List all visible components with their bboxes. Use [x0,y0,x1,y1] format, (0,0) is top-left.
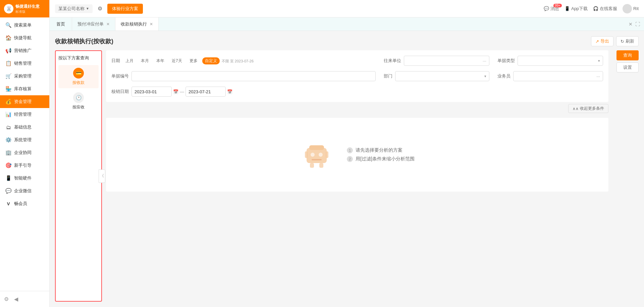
sidebar-item-label: 企业微信 [14,188,32,194]
company-selector[interactable]: 某某公司名称 ▼ [55,4,93,13]
sidebar-item-label: 经营管理 [14,111,32,117]
tab-home[interactable]: 首页 [50,17,72,31]
page-actions: ↗ 导出 ↻ 刷新 [591,36,639,46]
date-btn-more[interactable]: 更多 [187,57,200,64]
hardware-icon: 📱 [5,175,11,181]
wechat-icon: 💬 [5,188,11,194]
sidebar-item-label: 基础信息 [14,124,32,130]
staff-input[interactable]: ··· [513,71,603,81]
doc-number-label: 单据编号 [111,73,129,79]
form-row-2: 单据编号 部门 ▾ [111,71,603,81]
filter-option-by-collection[interactable]: 💳 按收款 [58,65,99,88]
query-area: 日期 上月 本月 本年 近7天 更多 自定义 [106,50,639,302]
refresh-button[interactable]: ↻ 刷新 [616,36,639,46]
tab-prepay[interactable]: 预付冲应付单 ✕ [72,17,115,31]
page-title: 收款核销执行(按收款) [55,37,113,45]
tab-collection[interactable]: 收款核销执行 ✕ [115,17,159,31]
message-icon: 💬 [544,6,549,11]
sidebar-item-finance[interactable]: 💰 资金管理 [0,95,49,108]
purchase-icon: 🛒 [5,73,11,79]
sidebar-item-label: 新手引导 [14,162,32,168]
sales-icon: 📋 [5,60,11,66]
online-service-button[interactable]: 🎧 在线客服 [593,6,617,12]
collapse-more-button[interactable]: ∧∧ 收起更多条件 [568,104,608,113]
app-download-button[interactable]: 📱 App下载 [565,6,588,12]
date-btn-custom[interactable]: 自定义 [202,57,220,64]
sidebar-item-purchase[interactable]: 🛒 采购管理 [0,70,49,83]
doc-type-field: 单据类型 ▾ [497,56,603,66]
sidebar-item-inventory[interactable]: 🏪 库存核算 [0,83,49,95]
refresh-icon: ↻ [621,39,624,44]
dept-field: 部门 ▾ [384,71,489,81]
sidebar-item-operations[interactable]: 📊 经营管理 [0,108,49,121]
date-btn-this-month[interactable]: 本月 [138,57,152,64]
filter-receivable-label: 按应收 [72,104,85,110]
sidebar-item-sales[interactable]: 📋 销售管理 [0,57,49,70]
sidebar-item-system[interactable]: ⚙️ 系统管理 [0,134,49,146]
industry-solution-button[interactable]: 体验行业方案 [107,4,143,14]
message-button[interactable]: 💬 消息 99+ [544,6,559,12]
sidebar-item-member[interactable]: V 畅会员 [0,197,49,210]
sidebar-item-wechat[interactable]: 💬 企业微信 [0,185,49,197]
sidebar-item-label: 库存核算 [14,86,32,92]
verify-date-end-input[interactable] [185,87,226,97]
logo-icon: 🐰 [4,4,13,13]
settings-bottom-icon[interactable]: ⚙ [4,296,9,302]
sidebar-item-basic[interactable]: 🗂 基础信息 [0,121,49,134]
basic-icon: 🗂 [5,124,11,130]
svg-rect-4 [312,159,322,160]
doc-type-select[interactable]: ▾ [518,56,603,66]
sidebar-item-search[interactable]: 🔍 搜索菜单 [0,19,49,32]
sidebar-item-hardware[interactable]: 📱 智能硬件 [0,172,49,185]
date-filters: 上月 本月 本年 近7天 更多 自定义 不限 至 2023-07-26 [123,57,376,64]
date-btn-7days[interactable]: 近7天 [169,57,185,64]
topbar-left: 某某公司名称 ▼ ⚙ 体验行业方案 [55,4,540,14]
sidebar-item-label: 企业协同 [14,150,32,156]
sidebar-item-label: 畅会员 [14,201,27,207]
sidebar-item-label: 销售管理 [14,60,32,66]
setting-button[interactable]: 设置 [616,62,639,72]
verify-date-field: 核销日期 📅 — 📅 [111,87,376,97]
dept-select[interactable]: ▾ [395,71,489,81]
sidebar-item-label: 系统管理 [14,137,32,143]
collapse-icon: 《 [100,173,104,179]
tab-prepay-close-icon[interactable]: ✕ [106,22,110,27]
tab-collection-close-icon[interactable]: ✕ [150,22,153,27]
filter-option-by-receivable[interactable]: 🕐 按应收 [58,90,99,113]
topbar-settings-button[interactable]: ⚙ [95,4,105,13]
sidebar-item-label: 资金管理 [14,99,32,105]
home-icon: 🏠 [5,35,11,41]
search-button[interactable]: 查询 [616,50,639,60]
sidebar-item-label: 智能硬件 [14,175,32,181]
date-btn-this-year[interactable]: 本年 [154,57,167,64]
tab-prepay-label: 预付冲应付单 [77,21,104,27]
partner-input[interactable]: ··· [404,56,489,66]
expand-tab-icon[interactable]: ⛶ [635,21,640,27]
form-row-1: 日期 上月 本月 本年 近7天 更多 自定义 [111,56,603,66]
sidebar-item-marketing[interactable]: 📢 营销推广 [0,44,49,57]
page-header: 收款核销执行(按收款) ↗ 导出 ↻ 刷新 [55,36,639,46]
filter-panel-title: 按以下方案查询 [58,55,99,61]
sidebar-item-enterprise[interactable]: 🏢 企业协同 [0,146,49,159]
user-name: Rit [633,6,639,11]
select-arrow-icon: ▾ [598,59,600,63]
close-tab-icon[interactable]: ✕ [629,21,633,27]
doc-number-input[interactable] [131,71,376,81]
sidebar-item-quick[interactable]: 🏠 快捷导航 [0,32,49,44]
date-btn-last-month[interactable]: 上月 [123,57,136,64]
calendar-start-icon[interactable]: 📅 [173,89,178,94]
export-button[interactable]: ↗ 导出 [591,36,613,46]
logo-text: 畅捷通好生意 标准版 [15,4,40,14]
filter-panel-collapse-button[interactable]: 《 [99,169,105,183]
sidebar-item-guide[interactable]: 🎯 新手引导 [0,159,49,172]
topbar: 某某公司名称 ▼ ⚙ 体验行业方案 💬 消息 99+ 📱 App下载 🎧 在线客… [50,0,644,17]
calendar-end-icon[interactable]: 📅 [227,89,232,94]
user-profile[interactable]: Rit [623,4,639,13]
collapse-sidebar-icon[interactable]: ◀ [14,296,18,302]
sidebar-item-label: 快捷导航 [14,35,32,41]
empty-state: 1 请先选择要分析的方案 2 用[过滤]条件来缩小分析范围 [300,138,415,171]
staff-label: 业务员 [497,73,511,79]
verify-date-start-input[interactable] [131,87,172,97]
search-actions: 查询 设置 [612,50,639,72]
page-content: 收款核销执行(按收款) ↗ 导出 ↻ 刷新 按以下方案查询 💳 按收款 [50,31,644,307]
